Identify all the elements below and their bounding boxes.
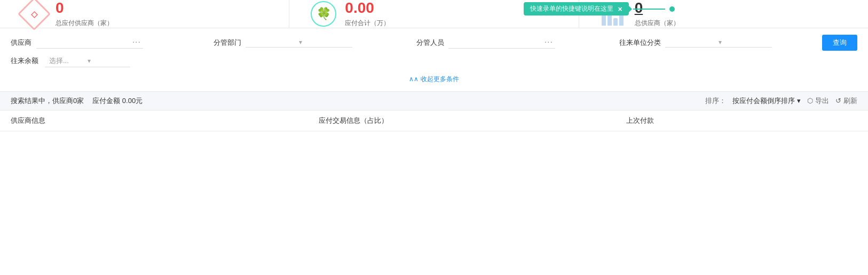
result-bar: 搜索结果中，供应商0家 应付金额 0.00元 排序： 按应付会额倒序排序 ▾ ⬡… — [0, 92, 868, 111]
stat-label-payable-suppliers: 总应付供应商（家） — [56, 19, 113, 28]
balance-select[interactable]: 选择... ▾ — [45, 55, 130, 67]
tooltip-badge: 快速录单的快捷键说明在这里 × — [524, 2, 628, 15]
stat-label-total-suppliers: 总供应商（家） — [635, 19, 680, 28]
export-button[interactable]: ⬡ 导出 — [807, 96, 829, 106]
query-button[interactable]: 查询 — [822, 35, 857, 51]
filter-group-person: 分管人员 ··· — [416, 36, 613, 49]
chevron-up-icon: ∧∧ — [409, 75, 419, 83]
tooltip-close-button[interactable]: × — [618, 5, 622, 13]
table-col-header-3: 上次付款 — [626, 116, 857, 125]
table-col-header-2: 应付交易信息（占比） — [319, 116, 627, 125]
balance-placeholder: 选择... — [49, 56, 88, 66]
stat-icon-diamond: ◇ — [21, 1, 47, 27]
result-supplier-count: 搜索结果中，供应商0家 — [11, 96, 84, 106]
filter-group-supplier: 供应商 ··· — [11, 36, 207, 49]
person-label: 分管人员 — [416, 38, 444, 48]
supplier-input[interactable] — [38, 38, 132, 46]
dept-label: 分管部门 — [214, 38, 241, 48]
supplier-input-wrap: ··· — [36, 36, 143, 49]
supplier-label: 供应商 — [11, 38, 32, 48]
person-input[interactable] — [451, 38, 545, 46]
tooltip-text: 快速录单的快捷键说明在这里 — [530, 4, 613, 13]
balance-label: 往来余额 — [11, 56, 38, 66]
top-stats: ◇ 0 总应付供应商（家） 🍀 0.00 应付合计（万） 快速 — [0, 0, 868, 28]
result-bar-left: 搜索结果中，供应商0家 应付金额 0.00元 — [11, 96, 143, 106]
filter-section: 供应商 ··· 分管部门 ▾ 分管人员 ··· — [0, 28, 868, 92]
refresh-label: 刷新 — [843, 96, 857, 106]
tooltip-dot — [669, 6, 675, 12]
sort-button[interactable]: 按应付会额倒序排序 ▾ — [732, 96, 801, 106]
refresh-icon: ↺ — [835, 97, 841, 105]
supplier-more-icon[interactable]: ··· — [132, 37, 141, 47]
filter-group-dept: 分管部门 ▾ — [214, 37, 410, 48]
person-more-icon[interactable]: ··· — [545, 37, 553, 47]
person-input-wrap: ··· — [448, 36, 555, 49]
table-body — [0, 131, 868, 275]
unit-class-select[interactable]: ▾ — [665, 37, 772, 48]
filter-row-1: 供应商 ··· 分管部门 ▾ 分管人员 ··· — [11, 35, 857, 51]
page-wrapper: ◇ 0 总应付供应商（家） 🍀 0.00 应付合计（万） 快速 — [0, 0, 868, 275]
filter-group-unit-class: 往来单位分类 ▾ — [619, 37, 816, 48]
table-header: 供应商信息 应付交易信息（占比） 上次付款 — [0, 111, 868, 131]
balance-arrow-icon: ▾ — [88, 57, 126, 65]
dept-select[interactable]: ▾ — [246, 37, 352, 48]
export-label: 导出 — [815, 96, 829, 106]
result-amount: 应付金额 0.00元 — [92, 96, 143, 106]
table-col-header-1: 供应商信息 — [11, 116, 319, 125]
stat-icon-circle: 🍀 — [311, 1, 336, 27]
sort-label-prefix: 排序： — [705, 96, 726, 106]
stat-label-payable-total: 应付合计（万） — [345, 19, 390, 28]
stat-block-payable-total: 🍀 0.00 应付合计（万） 快速录单的快捷键说明在这里 × — [289, 0, 579, 28]
stat-number-payable-suppliers: 0 — [56, 0, 113, 17]
collapse-button[interactable]: ∧∧ 收起更多条件 — [409, 75, 459, 84]
filter-row-2: 往来余额 选择... ▾ — [11, 55, 857, 67]
unit-class-arrow-icon: ▾ — [719, 38, 768, 46]
export-icon: ⬡ — [807, 97, 813, 105]
result-bar-right: 排序： 按应付会额倒序排序 ▾ ⬡ 导出 ↺ 刷新 — [705, 96, 857, 106]
sort-label: 按应付会额倒序排序 — [732, 96, 795, 106]
tooltip-line — [633, 9, 665, 10]
stat-number-payable-total: 0.00 — [345, 0, 390, 17]
sort-arrow-icon: ▾ — [797, 97, 801, 105]
collapse-label: 收起更多条件 — [421, 75, 459, 84]
dept-arrow-icon: ▾ — [299, 38, 348, 46]
stat-block-payable-suppliers: ◇ 0 总应付供应商（家） — [0, 0, 289, 28]
tooltip-container: 快速录单的快捷键说明在这里 × — [524, 2, 674, 15]
refresh-button[interactable]: ↺ 刷新 — [835, 96, 857, 106]
collapse-bar: ∧∧ 收起更多条件 — [11, 72, 857, 85]
unit-class-label: 往来单位分类 — [619, 38, 661, 48]
